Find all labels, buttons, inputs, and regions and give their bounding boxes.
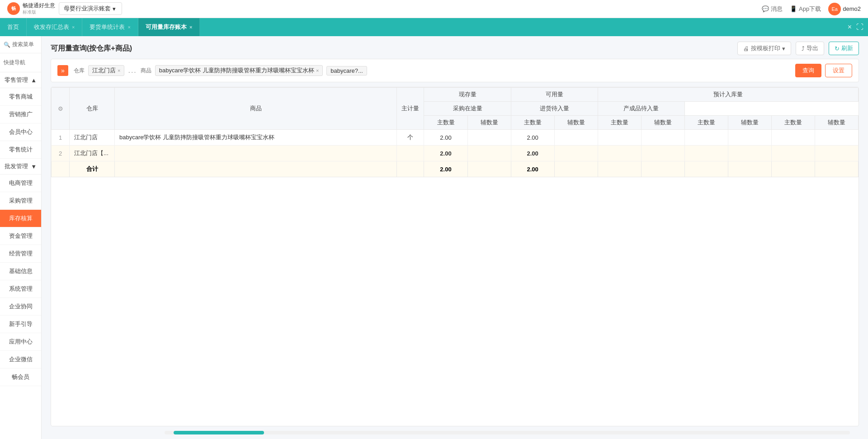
sidebar-item-retail-stats-label: 零售统计 [9,146,33,153]
inventory-table: ⚙ 仓库 商品 主计量 现存量 可用量 预计入库量 采购在途量 进货待入量 产成… [51,87,859,177]
export-button[interactable]: ⤴ 导出 [796,42,824,55]
footer-avail-main: 2.00 [511,161,554,177]
sidebar-item-retail-stats[interactable]: 零售统计 [0,141,41,159]
row-index: 2 [52,146,70,161]
logo-sub: 标准版 [23,9,55,15]
sidebar-item-enterprise-collab[interactable]: 企业协同 [0,298,41,316]
sidebar-item-ecommerce[interactable]: 电商管理 [0,175,41,192]
warehouse-filter-tag[interactable]: 江北门店 × [88,65,124,76]
sidebar-item-enterprise-wechat[interactable]: 企业微信 [0,351,41,368]
row-unit: 个 [397,130,424,146]
footer-pur-aux [641,161,684,177]
tab-receivables-label: 收发存汇总表 [34,23,69,31]
sidebar-item-operations-label: 经营管理 [9,250,33,257]
sidebar-quick-nav[interactable]: 快捷导航 [0,53,41,72]
sidebar-item-basic-info[interactable]: 基础信息 [0,263,41,280]
row-pur-aux [641,130,684,146]
tab-receivables-close[interactable]: × [72,24,75,30]
row-prod-aux [815,130,858,146]
tab-order-stats[interactable]: 要货单统计表 × [82,18,138,36]
sidebar-item-member-plus-label: 畅会员 [12,373,29,380]
app-download-button[interactable]: 📱 App下载 [790,5,821,13]
sidebar-item-retail-mgmt[interactable]: 零售管理 ▲ [0,72,41,88]
query-button[interactable]: 查询 [795,64,821,77]
refresh-button[interactable]: ↻ 刷新 [829,42,859,55]
product-header: 商品 [115,88,397,130]
tab-home[interactable]: 首页 [0,18,27,36]
row-inbound-main [684,130,728,146]
row-stock-main: 2.00 [424,130,467,146]
row-stock-main: 2.00 [424,146,467,161]
warehouse-tag-remove[interactable]: × [118,68,120,73]
app-download-label: App下载 [799,5,821,13]
tab-available-stock-label: 可用量库存账本 [146,23,187,31]
sidebar-item-member[interactable]: 会员中心 [0,123,41,141]
sidebar-item-retail-mgmt-label: 零售管理 [5,76,28,84]
tab-order-stats-close[interactable]: × [127,24,130,30]
scrollbar-thumb[interactable] [174,431,264,434]
sidebar-item-marketing-label: 营销推广 [9,111,33,118]
export-icon: ⤴ [802,45,805,52]
warehouse-tag-value: 江北门店 [92,66,116,75]
sidebar-item-wholesale-mgmt[interactable]: 批发管理 ▼ [0,159,41,175]
industry-selector[interactable]: 母婴行业演示账套 ▾ [59,2,122,15]
sidebar-item-finance[interactable]: 资金管理 [0,227,41,245]
stock-main-header: 主数量 [424,116,467,130]
message-button[interactable]: 💬 消息 [762,5,783,13]
close-all-icon[interactable]: × [848,23,852,31]
tab-receivables[interactable]: 收发存汇总表 × [27,18,82,36]
row-pur-aux [641,146,684,161]
logo-area: 畅 畅捷通好生意 标准版 [7,2,55,15]
row-warehouse: 江北门店 [70,130,115,146]
user-area[interactable]: Ea demo2 [828,3,861,15]
product-filter-tag2[interactable]: babycare?... [326,66,367,76]
sidebar-item-operations[interactable]: 经营管理 [0,245,41,263]
sidebar-item-marketing[interactable]: 营销推广 [0,106,41,123]
print-button[interactable]: 🖨 按模板打印 ▾ [737,42,791,55]
table-footer-row: 合计 2.00 2.00 [52,161,859,177]
filter-expand-button[interactable]: » [57,65,68,76]
sidebar-item-inventory-label: 库存核算 [9,215,33,222]
sidebar-item-member-plus[interactable]: 畅会员 [0,368,41,386]
settings-header[interactable]: ⚙ [52,88,70,130]
nav-tabs: 首页 收发存汇总表 × 要货单统计表 × 可用量库存账本 × × ⛶ [0,18,868,36]
horizontal-scrollbar[interactable] [165,431,850,434]
fullscreen-icon[interactable]: ⛶ [856,23,863,31]
tab-available-stock-close[interactable]: × [189,24,192,30]
settings-icon[interactable]: ⚙ [57,104,65,113]
sidebar-item-purchase-label: 采购管理 [9,197,33,204]
sidebar-item-app-center[interactable]: 应用中心 [0,333,41,351]
sidebar-item-ecommerce-label: 电商管理 [9,179,33,186]
prod-aux-header: 辅数量 [815,116,858,130]
logo-text: 畅捷通好生意 [23,2,55,9]
row-product: babycare学饮杯 儿童防摔防撞吸管杯重力球吸嘴杯宝宝水杯 [115,130,397,146]
row-inbound-aux [728,130,771,146]
avail-main-header: 主数量 [511,116,554,130]
product-tag1-remove[interactable]: × [316,68,319,73]
export-label: 导出 [807,44,818,52]
table-body: 1 江北门店 babycare学饮杯 儿童防摔防撞吸管杯重力球吸嘴杯宝宝水杯 个… [52,130,859,161]
product-filter-tag1[interactable]: babycare学饮杯 儿童防摔防撞吸管杯重力球吸嘴杯宝宝水杯 × [155,65,323,76]
sidebar-item-purchase[interactable]: 采购管理 [0,192,41,210]
sidebar-item-newbie-guide[interactable]: 新手引导 [0,316,41,333]
content-area: 可用量查询(按仓库+商品) 🖨 按模板打印 ▾ ⤴ 导出 ↻ 刷新 » [42,36,868,439]
row-avail-main: 2.00 [511,130,554,146]
sidebar-item-basic-info-label: 基础信息 [9,268,33,274]
sidebar-item-enterprise-collab-label: 企业协同 [9,303,33,310]
setting-button[interactable]: 设置 [825,64,852,77]
warehouse-more-icon[interactable]: ... [128,66,137,75]
sidebar-item-system-mgmt[interactable]: 系统管理 [0,280,41,298]
main-layout: 🔍 搜索菜单 快捷导航 零售管理 ▲ 零售商城 营销推广 会员中心 零售统计 批… [0,36,868,439]
sidebar-item-system-label: 系统管理 [9,285,33,292]
tab-available-stock[interactable]: 可用量库存账本 × [138,18,200,36]
sidebar-search[interactable]: 🔍 搜索菜单 [0,36,41,53]
sidebar-item-retail-mall[interactable]: 零售商城 [0,88,41,106]
table-footer: 合计 2.00 2.00 [52,161,859,177]
sidebar-item-app-center-label: 应用中心 [9,338,33,345]
avail-aux-header: 辅数量 [554,116,598,130]
footer-prod-aux [815,161,858,177]
table-row: 2 江北门店【... 2.00 2.00 [52,146,859,161]
chevron-down-icon: ▼ [31,163,37,170]
sidebar-item-inventory[interactable]: 库存核算 [0,210,41,227]
stock-header: 现存量 [424,88,511,102]
